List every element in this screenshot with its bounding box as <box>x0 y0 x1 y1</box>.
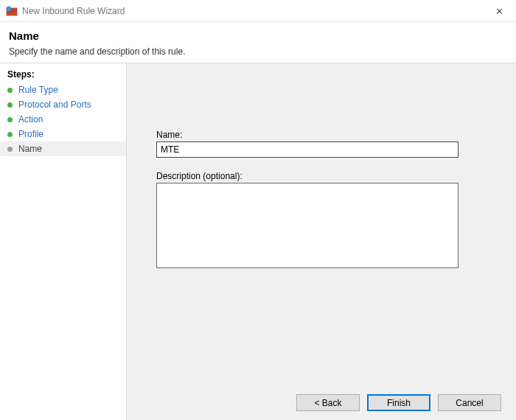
step-name[interactable]: Name <box>0 141 126 156</box>
wizard-header: Name Specify the name and description of… <box>0 22 516 63</box>
step-label: Profile <box>18 129 43 139</box>
page-description: Specify the name and description of this… <box>9 46 507 57</box>
description-field-block: Description (optional): <box>156 171 487 271</box>
name-field-block: Name: <box>156 130 487 158</box>
step-action[interactable]: Action <box>0 112 126 127</box>
steps-heading: Steps: <box>0 68 126 83</box>
bullet-icon <box>7 132 13 137</box>
description-textarea[interactable] <box>156 183 459 268</box>
bullet-icon <box>7 102 13 108</box>
bullet-icon <box>7 88 13 93</box>
steps-sidebar: Steps: Rule Type Protocol and Ports Acti… <box>0 63 127 420</box>
cancel-button[interactable]: Cancel <box>438 394 501 411</box>
wizard-body: Steps: Rule Type Protocol and Ports Acti… <box>0 63 516 420</box>
name-label: Name: <box>156 130 487 140</box>
step-profile[interactable]: Profile <box>0 127 126 141</box>
bullet-icon <box>7 117 13 122</box>
step-label: Name <box>18 144 42 154</box>
window-title: New Inbound Rule Wizard <box>22 6 125 16</box>
name-input[interactable] <box>156 141 459 158</box>
back-button[interactable]: < Back <box>296 394 360 411</box>
firewall-icon <box>6 5 18 17</box>
button-row: < Back Finish Cancel <box>296 394 501 411</box>
wizard-content: Name: Description (optional): < Back Fin… <box>127 63 516 420</box>
step-label: Protocol and Ports <box>18 99 91 110</box>
close-button[interactable]: ✕ <box>483 0 516 22</box>
finish-button[interactable]: Finish <box>367 394 430 411</box>
close-icon: ✕ <box>495 6 503 17</box>
step-rule-type[interactable]: Rule Type <box>0 83 126 97</box>
titlebar: New Inbound Rule Wizard ✕ <box>0 0 516 22</box>
bullet-icon <box>7 147 13 152</box>
page-title: Name <box>9 29 507 42</box>
step-label: Rule Type <box>18 85 58 95</box>
step-protocol-and-ports[interactable]: Protocol and Ports <box>0 97 126 112</box>
description-label: Description (optional): <box>156 171 487 181</box>
step-label: Action <box>18 114 43 125</box>
